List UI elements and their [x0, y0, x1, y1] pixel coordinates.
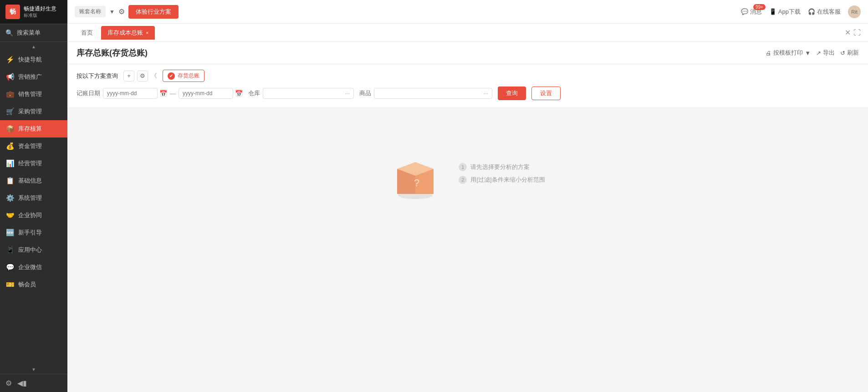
nav-icon-wechat: 💬 [5, 263, 15, 271]
logo-text: 畅捷通好生意 标准版 [24, 5, 56, 19]
date-end-wrap: 📅 [179, 88, 243, 99]
online-service-label: 在线客服 [817, 8, 841, 16]
sidebar-footer: ⚙ ◀▮ [0, 374, 67, 392]
warehouse-label: 仓库 [248, 89, 260, 97]
trial-button[interactable]: 体验行业方案 [128, 5, 179, 19]
user-avatar[interactable]: Rit [848, 5, 861, 18]
sidebar-item-app-center[interactable]: 📱 应用中心 [0, 241, 67, 259]
scroll-up-arrow[interactable]: ▲ [0, 42, 67, 51]
sidebar-item-marketing[interactable]: 📢 营销推广 [0, 68, 67, 86]
query-button[interactable]: 查询 [498, 87, 526, 100]
sidebar-item-member[interactable]: 🎫 畅会员 [0, 276, 67, 293]
panel-expand-button[interactable]: ⛶ [853, 29, 861, 37]
export-button[interactable]: ↗ 导出 [816, 49, 835, 57]
nav-label-guide: 新手引导 [18, 229, 42, 237]
nav-icon-inventory: 📦 [5, 125, 15, 133]
sidebar-item-cooperation[interactable]: 🤝 企业协同 [0, 207, 67, 224]
sidebar-item-sales[interactable]: 💼 销售管理 [0, 86, 67, 103]
product-input-wrap: ··· [374, 88, 492, 99]
filter-add-button[interactable]: + [123, 71, 134, 81]
sidebar-item-wechat[interactable]: 💬 企业微信 [0, 259, 67, 276]
tab-home[interactable]: 首页 [75, 26, 99, 40]
sidebar-item-guide[interactable]: 🆕 新手引导 [0, 224, 67, 241]
sidebar-item-basic-info[interactable]: 📋 基础信息 [0, 172, 67, 189]
sidebar: 畅 畅捷通好生意 标准版 🔍 搜索菜单 ▲ ⚡ 快捷导航 📢 营销推广 💼 销售… [0, 0, 67, 392]
page-content: 库存总账(存货总账) 🖨 按模板打印 ▼ ↗ 导出 ↺ 刷新 [67, 42, 868, 392]
search-icon: 🔍 [5, 29, 13, 36]
nav-icon-basic-info: 📋 [5, 177, 15, 185]
warehouse-more-button[interactable]: ··· [345, 90, 350, 97]
tab-close-panel: ✕ ⛶ [845, 28, 861, 37]
export-icon: ↗ [816, 50, 821, 56]
nav-label-member: 畅会员 [18, 280, 36, 289]
scroll-down-arrow[interactable]: ▼ [0, 365, 67, 374]
product-more-button[interactable]: ··· [484, 90, 488, 97]
print-icon: 🖨 [766, 50, 771, 56]
tab-home-label: 首页 [81, 29, 93, 37]
online-service-button[interactable]: 🎧 在线客服 [808, 8, 841, 16]
settings-footer-icon[interactable]: ⚙ [5, 379, 12, 387]
tab-inventory-cost[interactable]: 库存成本总账 × [101, 26, 155, 40]
nav-label-finance: 资金管理 [18, 142, 42, 150]
topbar-right: 💬 消息 99+ 📱 App下载 🎧 在线客服 Rit [741, 5, 861, 18]
calendar-start-icon[interactable]: 📅 [159, 90, 167, 97]
nav-icon-guide: 🆕 [5, 229, 15, 237]
filter-settings-button[interactable]: ⚙ [137, 71, 148, 81]
tip-num-1: 1 [459, 163, 467, 171]
nav-label-operations: 经营管理 [18, 159, 42, 168]
account-dropdown-icon[interactable]: ▼ [109, 9, 115, 15]
nav-icon-operations: 📊 [5, 159, 15, 168]
sidebar-item-inventory[interactable]: 📦 库存核算 [0, 120, 67, 137]
search-label: 搜索菜单 [17, 29, 41, 37]
sidebar-item-system[interactable]: ⚙️ 系统管理 [0, 189, 67, 207]
scheme-label: 存货总账 [178, 72, 199, 80]
nav-icon-marketing: 📢 [5, 73, 15, 81]
tip-text-1: 请先选择要分析的方案 [470, 163, 530, 171]
sidebar-item-finance[interactable]: 💰 资金管理 [0, 137, 67, 155]
warehouse-input[interactable] [267, 90, 345, 97]
main-area: 账套名称 ▼ ⚙ 体验行业方案 💬 消息 99+ 📱 App下载 🎧 在线客服 … [67, 0, 868, 392]
panel-close-button[interactable]: ✕ [845, 28, 851, 37]
topbar-left: 账套名称 ▼ ⚙ 体验行业方案 [75, 5, 741, 19]
app-download-label: App下载 [778, 8, 801, 16]
sidebar-item-operations[interactable]: 📊 经营管理 [0, 155, 67, 172]
nav-label-system: 系统管理 [18, 194, 42, 202]
app-download-button[interactable]: 📱 App下载 [769, 8, 801, 16]
nav-icon-finance: 💰 [5, 142, 15, 150]
refresh-button[interactable]: ↺ 刷新 [840, 49, 859, 57]
account-selector[interactable]: 账套名称 [75, 6, 106, 17]
product-filter-field: 商品 ··· [359, 88, 492, 99]
nav-label-cooperation: 企业协同 [18, 211, 42, 219]
product-input[interactable] [378, 90, 484, 97]
tab-close-icon[interactable]: × [146, 30, 148, 36]
empty-tip-2: 2 用[过滤]条件来缩小分析范围 [459, 176, 545, 184]
sidebar-item-purchase[interactable]: 🛒 采购管理 [0, 103, 67, 120]
print-button[interactable]: 🖨 按模板打印 ▼ [766, 49, 811, 57]
calendar-end-icon[interactable]: 📅 [235, 90, 243, 97]
date-start-input[interactable] [103, 88, 158, 99]
nav-label-basic-info: 基础信息 [18, 177, 42, 185]
sidebar-search[interactable]: 🔍 搜索菜单 [0, 24, 67, 42]
column-settings-button[interactable]: 设置 [531, 87, 561, 100]
messages-button[interactable]: 💬 消息 99+ [741, 8, 762, 16]
service-icon: 🎧 [808, 8, 815, 15]
nav-label-app-center: 应用中心 [18, 246, 42, 254]
page-header: 库存总账(存货总账) 🖨 按模板打印 ▼ ↗ 导出 ↺ 刷新 [67, 42, 868, 64]
filter-collapse-button[interactable]: 《 [151, 72, 157, 80]
topbar-settings-icon[interactable]: ⚙ [118, 7, 125, 16]
nav-label-inventory: 库存核算 [18, 125, 42, 133]
nav-icon-quick-nav: ⚡ [5, 56, 15, 64]
nav-label-wechat: 企业微信 [18, 263, 42, 271]
print-dropdown-icon[interactable]: ▼ [805, 50, 811, 56]
export-label: 导出 [823, 49, 835, 57]
nav-label-quick-nav: 快捷导航 [18, 56, 42, 64]
nav-icon-sales: 💼 [5, 90, 15, 98]
scheme-item[interactable]: ✔ 存货总账 [163, 70, 204, 82]
sidebar-item-quick-nav[interactable]: ⚡ 快捷导航 [0, 51, 67, 68]
warehouse-filter-field: 仓库 ··· [248, 88, 354, 99]
nav-icon-cooperation: 🤝 [5, 211, 15, 219]
empty-svg: ? [390, 146, 445, 201]
page-actions: 🖨 按模板打印 ▼ ↗ 导出 ↺ 刷新 [766, 49, 859, 57]
sound-footer-icon[interactable]: ◀▮ [17, 379, 27, 387]
date-end-input[interactable] [179, 88, 233, 99]
